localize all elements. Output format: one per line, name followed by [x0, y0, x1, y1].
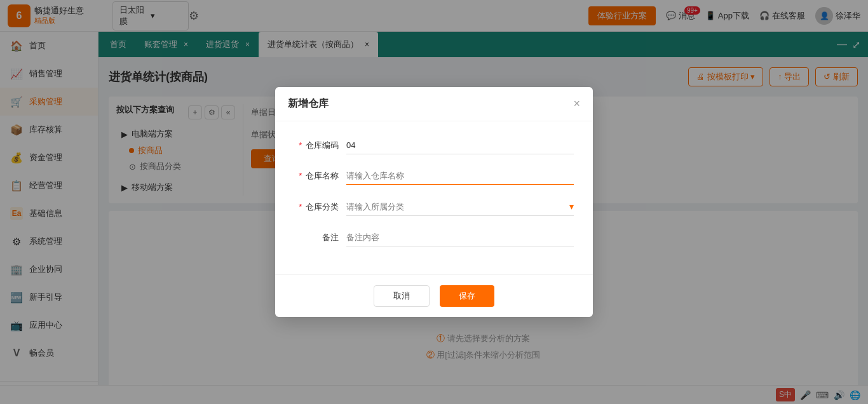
category-select-wrap[interactable]: ▾: [346, 198, 574, 216]
modal-header: 新增仓库 ×: [275, 87, 593, 121]
name-field-row: * 仓库名称: [294, 167, 574, 185]
category-field-row: * 仓库分类 ▾: [294, 198, 574, 216]
category-arrow-icon[interactable]: ▾: [569, 201, 574, 212]
modal-close-button[interactable]: ×: [573, 97, 580, 111]
modal-body: * 仓库编码 * 仓库名称 * 仓库分类: [275, 121, 593, 274]
note-field-row: 备注: [294, 229, 574, 246]
code-input[interactable]: [346, 137, 574, 154]
save-button[interactable]: 保存: [440, 285, 494, 307]
name-label: * 仓库名称: [294, 170, 339, 182]
code-field-row: * 仓库编码: [294, 137, 574, 154]
modal-footer: 取消 保存: [275, 274, 593, 317]
category-label: * 仓库分类: [294, 201, 339, 213]
warehouse-modal: 新增仓库 × * 仓库编码 * 仓库名称: [275, 87, 593, 317]
name-input[interactable]: [346, 167, 574, 185]
note-label: 备注: [294, 232, 339, 243]
note-input[interactable]: [346, 229, 574, 246]
cancel-button[interactable]: 取消: [374, 285, 430, 307]
code-label: * 仓库编码: [294, 140, 339, 151]
modal-title: 新增仓库: [288, 97, 329, 111]
modal-overlay: 新增仓库 × * 仓库编码 * 仓库名称: [0, 0, 868, 404]
category-input[interactable]: [346, 202, 569, 212]
